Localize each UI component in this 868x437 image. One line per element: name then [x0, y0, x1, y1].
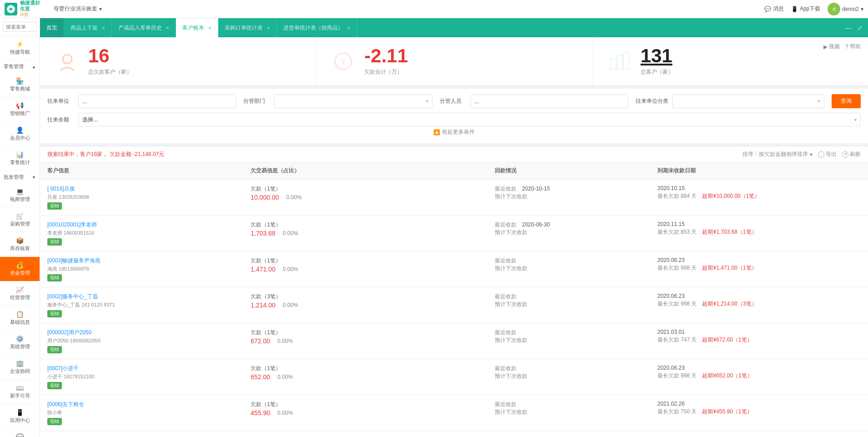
- manager-input[interactable]: ...: [471, 95, 628, 108]
- help-btn[interactable]: ? 帮助: [845, 43, 861, 50]
- sidebar-item-system[interactable]: ⚙️ 系统管理: [0, 331, 40, 355]
- balance-select[interactable]: 选择... ▾: [78, 113, 861, 126]
- svg-rect-6: [623, 52, 629, 69]
- sort-arrow-icon: ▾: [810, 151, 813, 158]
- customer-name-link[interactable]: [0003]畅捷服务尹海燕: [47, 257, 100, 264]
- tab-purchase-stats[interactable]: 进货单统计表（按商品） ✕: [277, 18, 357, 37]
- overdue-amount-link[interactable]: 超期¥1,703.68（1笔）: [702, 229, 757, 235]
- results-text: 搜索结果中，客户16家: [47, 151, 102, 157]
- user-menu-btn[interactable]: d demo2 ▾: [828, 3, 863, 15]
- overdue-amount-link[interactable]: 超期¥10,000.00（1笔）: [702, 193, 760, 199]
- recovery-label: 最近收款: [495, 186, 522, 192]
- sidebar-item-batch-mgmt[interactable]: 批发管理 ▼: [0, 171, 40, 183]
- customer-tag: 现销: [47, 238, 62, 246]
- message-btn[interactable]: 💬 消息: [764, 5, 784, 13]
- sidebar-item-basic-info[interactable]: 📋 基础信息: [0, 306, 40, 331]
- customer-unit-input[interactable]: ...: [78, 95, 236, 108]
- data-table: 客户信息 欠交易信息（占比） 回款情况 到期未收款日期 [ 0016]吕俊 吕俊…: [40, 162, 868, 437]
- sidebar-item-retail-store[interactable]: 🏪 零售商城: [0, 73, 40, 97]
- customer-name-link[interactable]: [0002]服务中心_丁磊: [47, 293, 98, 300]
- overdue-amount-link[interactable]: 超期¥652.00（1笔）: [702, 372, 752, 379]
- purchase-icon: 🛒: [16, 212, 24, 220]
- table-row: [0001020001]李老师 李老师 18600391516 现销 欠款（1笔…: [40, 216, 868, 251]
- overdue-amount-link[interactable]: 超期¥1,471.00（1笔）: [702, 265, 757, 271]
- sidebar-item-quick-nav[interactable]: ⚡ 快捷导航: [0, 36, 40, 60]
- filter-row-2: 往来余额 选择... ▾: [47, 113, 861, 126]
- sidebar-search-input[interactable]: [3, 22, 37, 32]
- debt-count: 欠款（3笔）: [251, 293, 495, 301]
- industry-selector[interactable]: 母婴行业演示账套 ▾: [54, 5, 102, 13]
- industry-label: 母婴行业演示账套: [54, 5, 97, 13]
- col-header-customer: 客户信息: [47, 167, 251, 175]
- debt-info: 欠款（1笔） 672.00 0.00%: [251, 329, 495, 345]
- recovery-label: 最近收款: [495, 401, 517, 407]
- tab-close-icon[interactable]: ✕: [208, 25, 211, 30]
- debt-count: 欠款（1笔）: [251, 329, 495, 337]
- overdue-date: 2021.02.26: [657, 401, 861, 407]
- overdue-amount-link[interactable]: 超期¥1,214.00（3笔）: [702, 301, 757, 307]
- tab-collapse-icon[interactable]: —: [843, 22, 853, 33]
- export-btn[interactable]: ↓ 导出: [818, 151, 837, 158]
- customer-name-link[interactable]: [ 0016]吕俊: [47, 186, 75, 192]
- debt-info: 欠款（1笔） 455.90 0.00%: [251, 401, 495, 417]
- sidebar-item-ecommerce[interactable]: 💻 电商管理: [0, 183, 40, 208]
- overdue-days: 最长欠款 998 天 超期¥1,214.00（3笔）: [657, 300, 861, 308]
- overdue-amount-link[interactable]: 超期¥672.00（1笔）: [702, 337, 752, 343]
- customer-name-link[interactable]: [000002]用户2050: [47, 329, 91, 336]
- tab-close-icon[interactable]: ✕: [101, 25, 105, 30]
- manager-dots: ...: [475, 98, 479, 105]
- tab-home[interactable]: 首页: [40, 18, 64, 37]
- recovery-next: 预计下次收款: [495, 408, 657, 416]
- tab-close-icon[interactable]: ✕: [166, 25, 169, 30]
- customer-name-link[interactable]: [0006]去下粮仓: [47, 401, 84, 407]
- video-btn[interactable]: ▶ 视频: [823, 43, 840, 50]
- sidebar-item-member[interactable]: 👤 会员中心: [0, 122, 40, 146]
- sidebar-item-wechat[interactable]: 💬 企业微信: [0, 429, 40, 437]
- debt-amount: 10,000.00: [251, 194, 279, 201]
- customer-name-link[interactable]: [0007]小进千: [47, 365, 79, 372]
- sort-select[interactable]: 排序：按欠款金额倒序排序 ▾: [743, 151, 813, 158]
- help-icon: ?: [845, 44, 848, 50]
- batch-mgmt-label: 批发管理: [4, 174, 24, 181]
- top-bar: 畅捷通好生意 示范 母婴行业演示账套 ▾ 💬 消息 📱 App下载 d demo…: [0, 0, 868, 18]
- recovery-next: 预计下次收款: [495, 301, 657, 308]
- recovery-next: 预计下次收款: [495, 229, 657, 236]
- unit-category-select[interactable]: ▾: [672, 95, 824, 108]
- overdue-date: 2020.06.23: [657, 257, 861, 263]
- overdue-days: 最长欠款 998 天 超期¥652.00（1笔）: [657, 372, 861, 380]
- customer-name-link[interactable]: [0001020001]李老师: [47, 221, 97, 228]
- sidebar-item-marketing[interactable]: 📢 营销推广: [0, 97, 40, 122]
- sidebar-item-new-guide[interactable]: 📖 新手引导: [0, 380, 40, 404]
- tab-expand-icon[interactable]: ⤢: [855, 22, 864, 33]
- search-button[interactable]: 查询: [832, 94, 861, 108]
- sidebar-item-purchase[interactable]: 🛒 采购管理: [0, 208, 40, 232]
- tab-close-icon[interactable]: ✕: [347, 25, 351, 30]
- refresh-btn[interactable]: ↺ 刷新: [842, 151, 861, 158]
- collapse-btn[interactable]: 🔼 收起更多条件: [433, 128, 475, 136]
- recovery-info: 最近收款 预计下次收款: [495, 401, 657, 416]
- sidebar-item-app-center[interactable]: 📱 应用中心: [0, 404, 40, 429]
- debt-info: 欠款（3笔） 1,214.00 0.00%: [251, 293, 495, 309]
- sidebar-item-inventory[interactable]: 📦 库存核算: [0, 232, 40, 257]
- tab-production-history[interactable]: 产成品入库单历史 ✕: [112, 18, 176, 37]
- app-download-icon: 📱: [791, 6, 798, 12]
- tab-product-status[interactable]: 商品上下架 ✕: [64, 18, 112, 37]
- tab-close-icon[interactable]: ✕: [266, 25, 270, 30]
- app-download-btn[interactable]: 📱 App下载: [791, 5, 820, 13]
- enterprise-icon: 🏢: [16, 360, 24, 367]
- total-customers-number: 131: [641, 46, 673, 65]
- overdue-info: 2020.06.23 最长欠款 998 天 超期¥652.00（1笔）: [657, 365, 861, 380]
- basic-info-icon: 📋: [16, 311, 24, 318]
- tab-customer-account[interactable]: 客户账本 ✕: [176, 18, 218, 37]
- sidebar-item-finance[interactable]: 💰 资金管理: [0, 257, 40, 281]
- sidebar-item-retail-stats[interactable]: 📊 零售统计: [0, 146, 40, 171]
- collapse-up-icon: 🔼: [433, 129, 440, 136]
- department-select[interactable]: ▾: [274, 95, 432, 108]
- sidebar-item-label: 经营管理: [10, 294, 30, 301]
- customer-info: [ 0016]吕俊 吕俊 13026203696 现销: [47, 185, 251, 210]
- sidebar-item-enterprise[interactable]: 🏢 企业协同: [0, 355, 40, 380]
- sidebar-item-retail-mgmt[interactable]: 零售管理 ▲: [0, 60, 40, 73]
- tab-purchase-order[interactable]: 采购订单统计表 ✕: [218, 18, 277, 37]
- overdue-amount-link[interactable]: 超期¥455.90（1笔）: [702, 408, 752, 415]
- sidebar-item-operations[interactable]: 📈 经营管理: [0, 281, 40, 306]
